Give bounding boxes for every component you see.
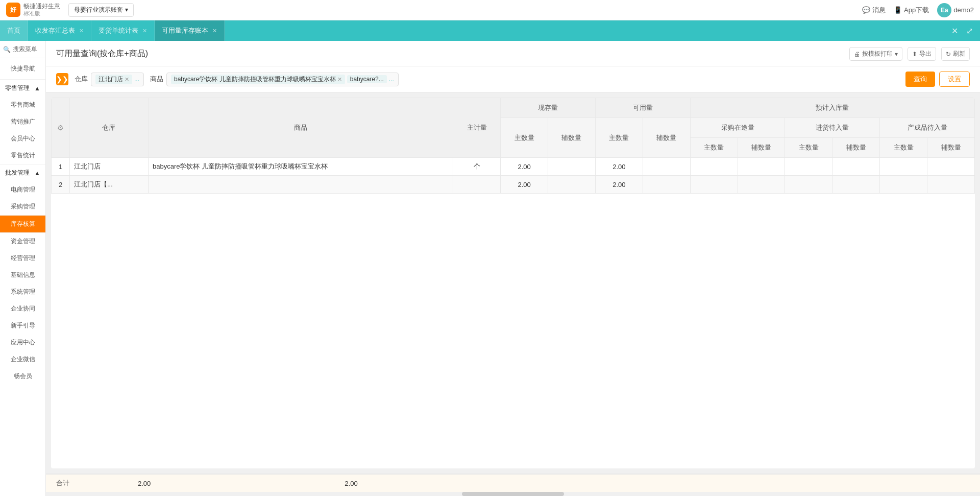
- row1-purchase-aux: [738, 158, 785, 176]
- sidebar-item-enterprise[interactable]: 企业协同: [0, 300, 45, 317]
- sidebar-retail-label: 零售管理: [5, 84, 30, 92]
- sidebar-item-ecommerce[interactable]: 电商管理: [0, 181, 45, 198]
- row1-no: 1: [52, 158, 70, 176]
- sidebar-item-finance[interactable]: 资金管理: [0, 233, 45, 250]
- product-input[interactable]: babycare学饮杯 儿童防摔防撞吸管杯重力球吸嘴杯宝宝水杯 ✕ babyca…: [166, 73, 399, 86]
- col-product: 商品: [148, 98, 453, 158]
- template-print-btn[interactable]: 🖨 按模板打印 ▾: [849, 47, 902, 61]
- summary-current-main: 2.00: [138, 480, 151, 487]
- row1-purchase-main: [690, 158, 738, 176]
- tab-available-inventory-close[interactable]: ✕: [212, 28, 217, 34]
- search-icon: 🔍: [3, 46, 11, 53]
- table-row: 1 江北门店 babycare学饮杯 儿童防摔防撞吸管杯重力球吸嘴杯宝宝水杯 个…: [52, 158, 975, 176]
- sidebar-item-marketing[interactable]: 营销推广: [0, 113, 45, 130]
- message-btn[interactable]: 💬 消息: [862, 6, 886, 15]
- group-no: 2: [52, 176, 70, 194]
- sidebar-item-quick-nav[interactable]: 快捷导航: [0, 60, 45, 77]
- filter-toggle-btn[interactable]: ❯❯: [56, 73, 68, 85]
- sidebar-item-inventory[interactable]: 库存核算: [0, 216, 45, 232]
- sidebar-item-basic-info[interactable]: 基础信息: [0, 267, 45, 284]
- avatar: Ea: [937, 3, 951, 17]
- col-available: 可用量: [595, 98, 690, 118]
- sidebar-wholesale-header[interactable]: 批发管理 ▲: [0, 164, 45, 181]
- window-close-btn[interactable]: ✕: [949, 24, 960, 38]
- nav-tabs: 首页 收发存汇总表 ✕ 要货单统计表 ✕ 可用量库存账本 ✕ ✕ ⤢: [0, 20, 980, 41]
- product-tag: babycare学饮杯 儿童防摔防撞吸管杯重力球吸嘴杯宝宝水杯 ✕: [171, 75, 345, 84]
- sidebar-item-app-center[interactable]: 应用中心: [0, 334, 45, 351]
- warehouse-more[interactable]: ...: [134, 76, 139, 83]
- group-purchase-aux: [738, 176, 785, 194]
- gear-icon[interactable]: ⚙: [57, 124, 64, 132]
- sidebar-item-wechat[interactable]: 企业微信: [0, 351, 45, 368]
- warehouse-input[interactable]: 江北门店 ✕ ...: [91, 73, 144, 86]
- tab-order-stats-close[interactable]: ✕: [142, 28, 147, 34]
- top-bar: 好 畅捷通好生意 标准版 母婴行业演示账套 ▾ 💬 消息 📱 App下载 Ea …: [0, 0, 980, 20]
- col-production-aux: 辅数量: [927, 138, 975, 158]
- group-row: 2 江北门店【... 2.00 2.00: [52, 176, 975, 194]
- tenant-selector[interactable]: 母婴行业演示账套 ▾: [68, 3, 134, 17]
- export-btn[interactable]: ⬆ 导出: [908, 47, 936, 61]
- row1-production-main: [880, 158, 927, 176]
- col-current-stock: 现存量: [501, 98, 596, 118]
- template-print-label: 按模板打印: [862, 50, 893, 58]
- sidebar-item-retail-stats[interactable]: 零售统计: [0, 147, 45, 164]
- sidebar-item-operations[interactable]: 经营管理: [0, 250, 45, 267]
- product-more[interactable]: ...: [389, 76, 394, 83]
- tab-available-inventory[interactable]: 可用量库存账本 ✕: [155, 20, 225, 41]
- summary-values: 2.00 2.00: [138, 480, 970, 487]
- row1-warehouse: 江北门店: [70, 158, 149, 176]
- content-area: 可用量查询(按仓库+商品) 🖨 按模板打印 ▾ ⬆ 导出 ↻ 刷新: [46, 41, 980, 496]
- logo-area: 好 畅捷通好生意 标准版: [6, 3, 60, 17]
- warehouse-filter: 仓库 江北门店 ✕ ...: [75, 73, 144, 86]
- group-unit: [453, 176, 501, 194]
- user-area[interactable]: Ea demo2: [937, 3, 974, 17]
- sidebar-item-newbie[interactable]: 新手引导: [0, 317, 45, 334]
- sidebar-retail-header[interactable]: 零售管理 ▲: [0, 80, 45, 97]
- app-download-btn[interactable]: 📱 App下载: [894, 6, 929, 15]
- summary-label: 合计: [56, 479, 138, 488]
- col-inbound-main: 主数量: [785, 138, 832, 158]
- group-inbound-main: [785, 176, 832, 194]
- row1-avail-main: 2.00: [595, 158, 643, 176]
- sidebar-item-purchase[interactable]: 采购管理: [0, 198, 45, 215]
- export-icon: ⬆: [912, 51, 917, 58]
- scrollbar-thumb[interactable]: [462, 492, 564, 496]
- tab-order-stats[interactable]: 要货单统计表 ✕: [91, 20, 155, 41]
- col-avail-main: 主数量: [595, 118, 643, 158]
- summary-row: 合计 2.00 2.00: [46, 474, 980, 492]
- group-avail-aux: [643, 176, 690, 194]
- col-current-main: 主数量: [501, 118, 548, 158]
- product-tag-value: babycare学饮杯 儿童防摔防撞吸管杯重力球吸嘴杯宝宝水杯: [174, 75, 336, 84]
- window-expand-btn[interactable]: ⤢: [964, 24, 975, 38]
- tab-receivable-summary[interactable]: 收发存汇总表 ✕: [28, 20, 91, 41]
- row1-inbound-main: [785, 158, 832, 176]
- warehouse-tag-remove[interactable]: ✕: [125, 76, 129, 83]
- print-icon: 🖨: [854, 51, 860, 58]
- chevron-retail-icon: ▲: [34, 85, 40, 92]
- page-actions: 🖨 按模板打印 ▾ ⬆ 导出 ↻ 刷新: [849, 47, 970, 61]
- col-purchase: 采购在途量: [690, 118, 785, 138]
- main-layout: 🔍 搜索菜单 快捷导航 零售管理 ▲ 零售商城 营销推广 会员中心 零售统计 批…: [0, 41, 980, 496]
- col-unit: 主计量: [453, 98, 501, 158]
- tab-home[interactable]: 首页: [0, 20, 28, 41]
- sidebar-item-system[interactable]: 系统管理: [0, 284, 45, 300]
- sidebar-item-membership[interactable]: 畅会员: [0, 368, 45, 385]
- sidebar-wholesale-label: 批发管理: [5, 169, 30, 177]
- page-title: 可用量查询(按仓库+商品): [56, 49, 148, 59]
- sidebar-search[interactable]: 🔍 搜索菜单: [0, 41, 45, 58]
- sidebar-item-members[interactable]: 会员中心: [0, 130, 45, 147]
- sidebar-item-retail-mall[interactable]: 零售商城: [0, 97, 45, 113]
- product-tag-remove[interactable]: ✕: [337, 76, 342, 83]
- page-title-row: 可用量查询(按仓库+商品) 🖨 按模板打印 ▾ ⬆ 导出 ↻ 刷新: [56, 47, 970, 66]
- product-filter: 商品 babycare学饮杯 儿童防摔防撞吸管杯重力球吸嘴杯宝宝水杯 ✕ bab…: [150, 73, 399, 86]
- refresh-btn[interactable]: ↻ 刷新: [941, 47, 970, 61]
- logo-text: 畅捷通好生意: [23, 3, 60, 10]
- query-btn[interactable]: 查询: [905, 72, 935, 87]
- product-filter-label: 商品: [150, 75, 163, 84]
- group-production-main: [880, 176, 927, 194]
- print-chevron-icon: ▾: [895, 51, 898, 58]
- setting-btn[interactable]: 设置: [939, 72, 970, 87]
- horizontal-scrollbar[interactable]: [46, 492, 980, 496]
- tab-receivable-close[interactable]: ✕: [79, 28, 84, 34]
- quick-nav-label: 快捷导航: [11, 64, 35, 73]
